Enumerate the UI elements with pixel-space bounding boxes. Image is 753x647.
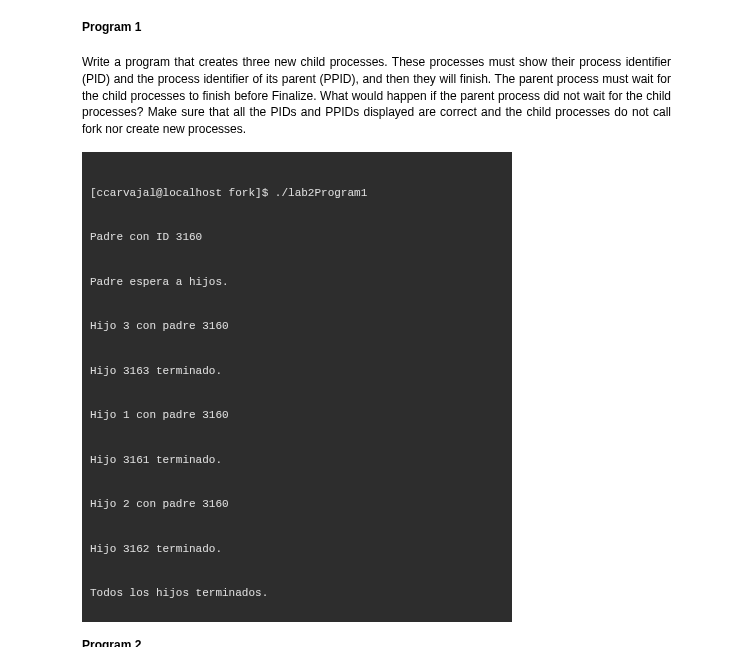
terminal-line: Hijo 3 con padre 3160	[90, 319, 504, 334]
program1-heading: Program 1	[82, 20, 671, 34]
program1-terminal: [ccarvajal@localhost fork]$ ./lab2Progra…	[82, 152, 512, 622]
program2-heading: Program 2	[82, 638, 671, 647]
terminal-line: Hijo 3162 terminado.	[90, 542, 504, 557]
terminal-line: Padre con ID 3160	[90, 230, 504, 245]
terminal-line: Todos los hijos terminados.	[90, 586, 504, 601]
program1-description: Write a program that creates three new c…	[82, 54, 671, 138]
terminal-line: [ccarvajal@localhost fork]$ ./lab2Progra…	[90, 186, 504, 201]
terminal-line: Hijo 1 con padre 3160	[90, 408, 504, 423]
terminal-line: Padre espera a hijos.	[90, 275, 504, 290]
terminal-line: Hijo 2 con padre 3160	[90, 497, 504, 512]
terminal-line: Hijo 3161 terminado.	[90, 453, 504, 468]
terminal-line: Hijo 3163 terminado.	[90, 364, 504, 379]
